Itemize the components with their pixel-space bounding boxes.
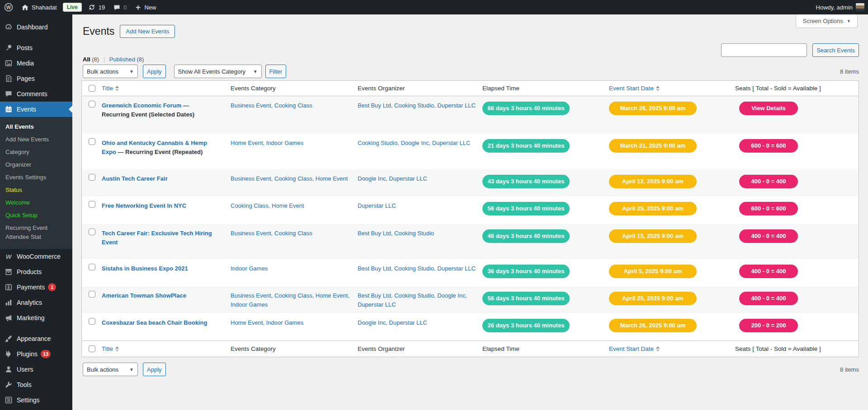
event-title-link[interactable]: Free Networking Event In NYC xyxy=(102,202,186,209)
event-category-links[interactable]: Business Event, Cooking Class xyxy=(231,230,312,237)
plus-icon xyxy=(135,4,142,11)
site-menu[interactable]: Shahadat xyxy=(17,0,61,14)
start-date-pill: March 26, 2025 9:00 am xyxy=(609,102,697,115)
event-category-links[interactable]: Home Event, Indoor Games xyxy=(231,319,303,326)
event-category-links[interactable]: Indoor Games xyxy=(231,265,268,272)
sidebar-item-plugins[interactable]: Plugins13 xyxy=(0,346,72,362)
submenu-item-events-settings[interactable]: Events Settings xyxy=(0,171,72,184)
seats-pill: 400 - 0 = 400 xyxy=(739,292,798,305)
add-new-events-button[interactable]: Add New Events xyxy=(120,25,175,38)
event-category-links[interactable]: Business Event, Cooking Class xyxy=(231,102,312,109)
event-organizer-links[interactable]: Doogle Inc, Duperstar LLC xyxy=(358,319,427,326)
select-all-checkbox[interactable] xyxy=(89,85,95,92)
event-title-link[interactable]: Austin Tech Career Fair xyxy=(102,175,168,182)
event-title-link[interactable]: Sistahs in Business Expo 2021 xyxy=(102,265,188,272)
submenu-item-welcome[interactable]: Welcome xyxy=(0,196,72,209)
column-header-category: Events Category xyxy=(231,345,276,352)
start-date-pill: March 26, 2025 9:00 am xyxy=(609,319,697,332)
sidebar: DashboardPostsMediaPagesCommentsEventsAl… xyxy=(0,14,72,410)
event-category-links[interactable]: Business Event, Cooking Class, Home Even… xyxy=(231,292,349,308)
event-organizer-links[interactable]: Best Buy Ltd, Cooking Studio, Duperstar … xyxy=(358,102,476,109)
svg-text:W: W xyxy=(6,5,11,10)
event-title-link[interactable]: Coxesbazar Sea beach Chair Booking xyxy=(102,319,207,326)
apply-button[interactable]: Apply xyxy=(143,65,166,78)
updates-menu[interactable]: 19 xyxy=(84,0,109,14)
row-checkbox[interactable] xyxy=(89,201,95,208)
sidebar-item-pages[interactable]: Pages xyxy=(0,71,72,86)
apply-button-bottom[interactable]: Apply xyxy=(143,363,166,376)
new-content-menu[interactable]: New xyxy=(131,0,160,14)
event-organizer-links[interactable]: Duperstar LLC xyxy=(358,202,396,209)
elapsed-time-pill: 46 days 3 hours 40 minutes xyxy=(482,229,570,243)
row-checkbox[interactable] xyxy=(89,174,95,181)
submenu-item-add-new-events[interactable]: Add New Events xyxy=(0,133,72,146)
sidebar-item-posts[interactable]: Posts xyxy=(0,40,72,56)
seats-pill: 600 - 0 = 600 xyxy=(739,202,798,215)
sort-arrows-icon xyxy=(115,86,119,91)
column-header-organizer: Events Organizer xyxy=(358,85,405,92)
bulk-actions-select[interactable]: Bulk actions ▼ xyxy=(83,65,138,78)
event-category-links[interactable]: Cooking Class, Home Event xyxy=(231,202,304,209)
column-header-title[interactable]: Title xyxy=(102,85,113,92)
sidebar-item-analytics[interactable]: Analytics xyxy=(0,295,72,310)
wordpress-logo-icon[interactable]: W xyxy=(0,0,17,14)
sidebar-item-settings[interactable]: Settings xyxy=(0,392,72,408)
submenu-item-organizer[interactable]: Organizer xyxy=(0,158,72,171)
select-all-checkbox[interactable] xyxy=(89,345,95,352)
comments-menu[interactable]: 0 xyxy=(109,0,131,14)
account-menu[interactable]: Howdy, admin xyxy=(813,0,868,14)
submenu-item-recurring-event-attendee-stat[interactable]: Recurring Event Attendee Stat xyxy=(0,222,72,243)
view-filters: All (8) | Published (8) xyxy=(83,56,144,63)
sidebar-item-appearance[interactable]: Appearance xyxy=(0,331,72,346)
sidebar-item-woocommerce[interactable]: WWooCommerce xyxy=(0,249,72,264)
submenu-item-category[interactable]: Category xyxy=(0,146,72,158)
sidebar-item-users[interactable]: Users xyxy=(0,362,72,377)
submenu-item-quick-setup[interactable]: Quick Setup xyxy=(0,209,72,222)
row-checkbox[interactable] xyxy=(89,228,95,235)
sidebar-item-tools[interactable]: Tools xyxy=(0,377,72,392)
search-input[interactable] xyxy=(721,43,807,57)
category-filter-select[interactable]: Show All Events Category ▼ xyxy=(174,65,262,78)
event-category-links[interactable]: Business Event, Cooking Class, Home Even… xyxy=(231,175,348,182)
event-category-links[interactable]: Home Event, Indoor Games xyxy=(231,140,303,146)
sidebar-item-events[interactable]: Events xyxy=(0,102,72,117)
sidebar-item-payments[interactable]: $Payments1 xyxy=(0,280,72,295)
payments-icon: $ xyxy=(5,283,13,291)
seats-pill[interactable]: View Details xyxy=(739,102,798,115)
event-organizer-links[interactable]: Doogle Inc, Duperstar LLC xyxy=(358,175,427,182)
count-badge: 1 xyxy=(48,283,56,291)
event-title-link[interactable]: Greenwich Economic Forum xyxy=(102,102,181,109)
view-all-link[interactable]: All xyxy=(83,56,90,63)
filter-button[interactable]: Filter xyxy=(265,65,287,78)
event-organizer-links[interactable]: Cooking Studio, Doogle Inc, Duperstar LL… xyxy=(358,140,470,146)
column-header-start_date[interactable]: Event Start Date xyxy=(609,345,654,352)
sidebar-item-marketing[interactable]: Marketing xyxy=(0,310,72,326)
sidebar-item-media[interactable]: Media xyxy=(0,56,72,71)
howdy-text: Howdy, admin xyxy=(813,4,856,11)
event-title-suffix: — Recurring Event (Repeated) xyxy=(116,149,203,155)
sidebar-item-dashboard[interactable]: Dashboard xyxy=(0,19,72,35)
submenu-item-status[interactable]: Status xyxy=(0,184,72,196)
submenu-item-all-events[interactable]: All Events xyxy=(0,121,72,133)
row-checkbox[interactable] xyxy=(89,101,95,107)
sidebar-item-products[interactable]: Products xyxy=(0,264,72,280)
search-events-button[interactable]: Search Events xyxy=(812,43,859,57)
row-checkbox[interactable] xyxy=(89,318,95,325)
column-header-start_date[interactable]: Event Start Date xyxy=(609,85,654,92)
view-published-link[interactable]: Published xyxy=(109,56,135,63)
sidebar-item-comments[interactable]: Comments xyxy=(0,86,72,102)
row-checkbox[interactable] xyxy=(89,291,95,298)
event-organizer-links[interactable]: Best Buy Ltd, Cooking Studio, Duperstar … xyxy=(358,265,476,272)
event-title-link[interactable]: American Towman ShowPlace xyxy=(102,292,186,299)
screen-options-tab[interactable]: Screen Options ▼ xyxy=(796,14,858,28)
row-checkbox[interactable] xyxy=(89,138,95,145)
event-organizer-links[interactable]: Best Buy Ltd, Cooking Studio, Doogle Inc… xyxy=(358,292,467,308)
column-header-title[interactable]: Title xyxy=(102,345,113,352)
table-row: American Towman ShowPlaceBusiness Event,… xyxy=(82,286,859,313)
event-organizer-links[interactable]: Best Buy Ltd, Cooking Studio xyxy=(358,230,434,237)
bulk-actions-select-bottom[interactable]: Bulk actions ▼ xyxy=(83,363,138,376)
woocommerce-icon: W xyxy=(5,252,13,261)
event-title-link[interactable]: Tech Career Fair: Exclusive Tech Hiring … xyxy=(102,230,212,246)
row-checkbox[interactable] xyxy=(89,264,95,270)
sidebar-item-label: Appearance xyxy=(17,335,51,342)
